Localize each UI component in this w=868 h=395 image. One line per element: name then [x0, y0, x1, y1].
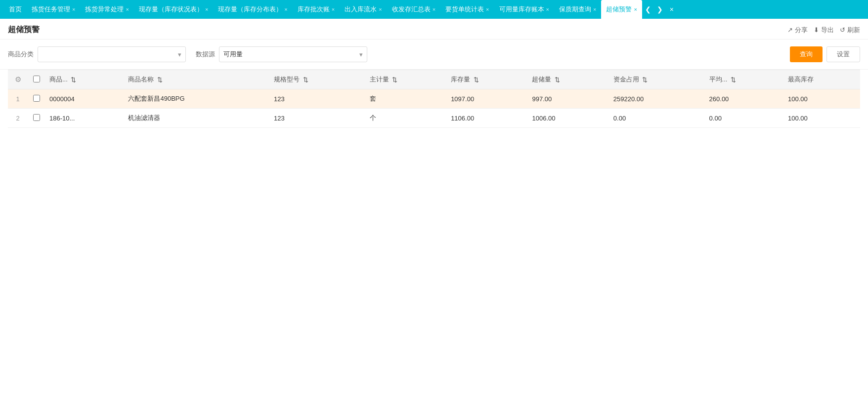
col-overstock[interactable]: 超储量 ⇅: [528, 70, 609, 89]
col-stock-label: 库存量: [451, 76, 470, 83]
spec-sort-icon: ⇅: [303, 76, 308, 83]
row-capital: 259220.00: [609, 89, 705, 109]
nav-overstock-warning-close[interactable]: ×: [634, 6, 637, 12]
refresh-icon: ↺: [840, 26, 845, 34]
nav-quality-check-close[interactable]: ×: [593, 6, 596, 12]
table-container: ⚙ 商品... ⇅ 商品名称 ⇅ 规格型号 ⇅: [0, 70, 868, 128]
row-index: 1: [8, 89, 28, 109]
nav-order-stats-close[interactable]: ×: [486, 6, 489, 12]
query-button[interactable]: 查询: [790, 46, 823, 62]
nav-order-stats-label: 要货单统计表: [445, 5, 484, 14]
nav-abnormal-label: 拣货异常处理: [85, 5, 124, 14]
settings-button[interactable]: 设置: [826, 46, 860, 62]
datasource-select[interactable]: 可用量 ▾: [219, 46, 367, 62]
filter-bar: 商品分类 ▾ 数据源 可用量 ▾ 查询 设置: [0, 40, 868, 70]
table-row: 2 186-10... 机油滤清器 123 个 1106.00 1006.00 …: [8, 109, 860, 128]
row-spec: 123: [270, 109, 366, 128]
nav-item-batch[interactable]: 库存批次账 ×: [293, 0, 340, 19]
nav-task-mgmt-label: 拣货任务管理: [32, 5, 70, 14]
nav-item-inventory-dist[interactable]: 现存量（库存分布表） ×: [213, 0, 292, 19]
nav-item-usable-account[interactable]: 可用量库存账本 ×: [494, 0, 554, 19]
nav-inventory-status-label: 现存量（库存状况表）: [139, 5, 203, 14]
col-unit[interactable]: 主计量 ⇅: [366, 70, 447, 89]
product-name-sort-icon: ⇅: [157, 76, 163, 83]
nav-item-abnormal[interactable]: 拣货异常处理 ×: [80, 0, 133, 19]
nav-usable-account-close[interactable]: ×: [546, 6, 549, 12]
row-stock: 1097.00: [447, 89, 528, 109]
nav-collect-summary-label: 收发存汇总表: [392, 5, 431, 14]
row-checkbox[interactable]: [33, 114, 40, 121]
nav-home-label: 首页: [9, 5, 22, 14]
col-max-stock-label: 最高库存: [788, 76, 814, 83]
col-product-name-label: 商品名称: [128, 76, 154, 83]
nav-item-task-mgmt[interactable]: 拣货任务管理 ×: [27, 0, 80, 19]
nav-arrow-right[interactable]: ❯: [654, 0, 666, 19]
nav-collect-summary-close[interactable]: ×: [433, 6, 435, 12]
filter-category: 商品分类 ▾: [8, 46, 186, 62]
row-checkbox-cell: [28, 109, 45, 128]
nav-inventory-dist-close[interactable]: ×: [284, 6, 287, 12]
export-button[interactable]: ⬇ 导出: [814, 26, 834, 35]
header-actions: ↗ 分享 ⬇ 导出 ↺ 刷新: [787, 26, 860, 35]
nav-inout-flow-close[interactable]: ×: [379, 6, 382, 12]
col-product-name[interactable]: 商品名称 ⇅: [124, 70, 270, 89]
col-avg-label: 平均...: [709, 76, 728, 83]
row-index: 2: [8, 109, 28, 128]
col-avg[interactable]: 平均... ⇅: [705, 70, 784, 89]
col-gear: ⚙: [8, 70, 28, 89]
category-label: 商品分类: [8, 50, 34, 59]
export-icon: ⬇: [814, 26, 819, 34]
nav-item-inventory-status[interactable]: 现存量（库存状况表） ×: [134, 0, 213, 19]
row-avg: 260.00: [705, 89, 784, 109]
col-product-code[interactable]: 商品... ⇅: [45, 70, 124, 89]
datasource-select-arrow: ▾: [359, 51, 363, 58]
row-checkbox[interactable]: [33, 95, 40, 102]
datasource-label: 数据源: [196, 50, 215, 59]
row-spec: 123: [270, 89, 366, 109]
col-max-stock[interactable]: 最高库存: [784, 70, 860, 89]
filter-actions: 查询 设置: [790, 46, 860, 62]
nav-arrow-more[interactable]: ×: [666, 0, 678, 19]
refresh-label: 刷新: [847, 26, 860, 35]
row-stock: 1106.00: [447, 109, 528, 128]
datasource-select-value: 可用量: [223, 50, 243, 59]
nav-item-inout-flow[interactable]: 出入库流水 ×: [340, 0, 387, 19]
col-capital-label: 资金占用: [613, 76, 639, 83]
nav-overstock-warning-label: 超储预警: [606, 5, 632, 14]
col-capital[interactable]: 资金占用 ⇅: [609, 70, 705, 89]
nav-arrow-left[interactable]: ❮: [642, 0, 654, 19]
top-navigation: 首页 拣货任务管理 × 拣货异常处理 × 现存量（库存状况表） × 现存量（库存…: [0, 0, 868, 19]
category-select-arrow: ▾: [178, 51, 181, 58]
row-overstock: 997.00: [528, 89, 609, 109]
share-icon: ↗: [787, 26, 793, 34]
product-code-sort-icon: ⇅: [71, 76, 76, 83]
nav-item-overstock-warning[interactable]: 超储预警 ×: [601, 0, 642, 19]
col-stock[interactable]: 库存量 ⇅: [447, 70, 528, 89]
unit-sort-icon: ⇅: [392, 76, 397, 83]
category-select[interactable]: ▾: [38, 46, 186, 62]
nav-item-home[interactable]: 首页: [4, 0, 27, 19]
row-avg: 0.00: [705, 109, 784, 128]
export-label: 导出: [821, 26, 834, 35]
row-product-name: 机油滤清器: [124, 109, 270, 128]
nav-batch-close[interactable]: ×: [332, 6, 335, 12]
filter-datasource: 数据源 可用量 ▾: [196, 46, 367, 62]
page-header: 超储预警 ↗ 分享 ⬇ 导出 ↺ 刷新: [0, 19, 868, 40]
row-product-code: 186-10...: [45, 109, 124, 128]
table-header-row: ⚙ 商品... ⇅ 商品名称 ⇅ 规格型号 ⇅: [8, 70, 860, 89]
nav-task-mgmt-close[interactable]: ×: [72, 6, 75, 12]
nav-inventory-status-close[interactable]: ×: [205, 6, 208, 12]
stock-sort-icon: ⇅: [474, 76, 479, 83]
nav-item-order-stats[interactable]: 要货单统计表 ×: [440, 0, 494, 19]
row-product-name: 六配套新昌490BPG: [124, 89, 270, 109]
col-spec[interactable]: 规格型号 ⇅: [270, 70, 366, 89]
share-button[interactable]: ↗ 分享: [787, 26, 808, 35]
table-gear-icon[interactable]: ⚙: [15, 75, 21, 83]
nav-item-collect-summary[interactable]: 收发存汇总表 ×: [387, 0, 440, 19]
col-product-code-label: 商品...: [49, 76, 68, 83]
nav-item-quality-check[interactable]: 保质期查询 ×: [554, 0, 601, 19]
nav-abnormal-close[interactable]: ×: [126, 6, 129, 12]
nav-usable-account-label: 可用量库存账本: [499, 5, 544, 14]
select-all-checkbox[interactable]: [33, 76, 40, 82]
refresh-button[interactable]: ↺ 刷新: [840, 26, 860, 35]
